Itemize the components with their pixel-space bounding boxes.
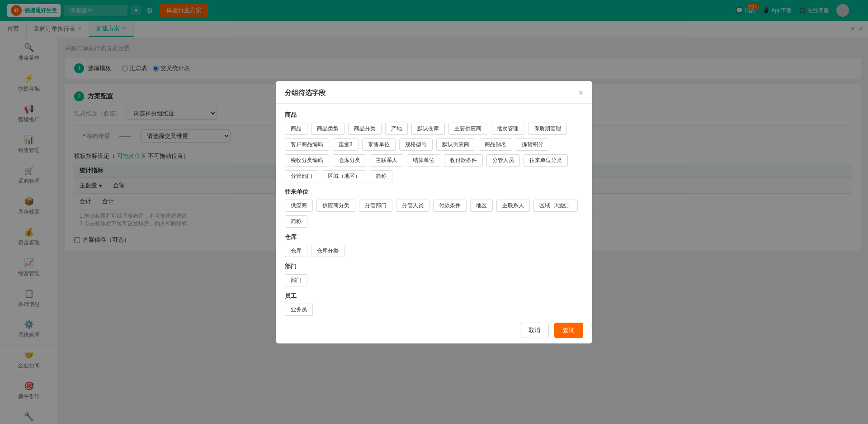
- field-tag-warehouse-category[interactable]: 仓库分类: [333, 154, 366, 167]
- field-tag-partner-dept[interactable]: 分管部门: [359, 200, 392, 212]
- group-tags-warehouse: 仓库 仓库分类: [285, 245, 583, 257]
- field-tag-main-supplier[interactable]: 主要供应商: [448, 123, 487, 135]
- field-tag-dept[interactable]: 分管部门: [285, 170, 318, 182]
- group-tags-goods: 商品 商品类型 商品分类 产地 默认仓库 主要供应商 批次管理 保质期管理 客户…: [285, 123, 583, 182]
- group-title-partner: 往来单位: [285, 188, 583, 196]
- modal-body: 商品 商品 商品类型 商品分类 产地 默认仓库 主要供应商 批次管理 保质期管理…: [276, 104, 592, 317]
- confirm-button[interactable]: 查询: [554, 323, 583, 338]
- field-tag-expiry-mgmt[interactable]: 保质期管理: [528, 123, 567, 135]
- field-tag-customer-code[interactable]: 客户商品编码: [285, 138, 329, 151]
- field-tag-main-contact2[interactable]: 主联系人: [496, 200, 530, 212]
- field-tag-weight3[interactable]: 重量3: [333, 138, 359, 151]
- field-tag-abbr[interactable]: 简称: [370, 170, 392, 182]
- field-tag-settlement-unit[interactable]: 结算单位: [407, 154, 440, 167]
- cancel-button[interactable]: 取消: [520, 323, 549, 338]
- field-tag-spec-model[interactable]: 规格型号: [399, 138, 433, 151]
- field-tag-main-contact[interactable]: 主联系人: [370, 154, 403, 167]
- field-tag-region2[interactable]: 区域（地区）: [533, 200, 578, 212]
- group-tags-dept: 部门: [285, 274, 583, 286]
- field-tag-goods[interactable]: 商品: [285, 123, 307, 135]
- modal-dialog: 分组待选字段 × 商品 商品 商品类型 商品分类 产地 默认仓库 主要供应商 批…: [276, 81, 592, 343]
- field-tag-goods-alias[interactable]: 商品别名: [479, 138, 512, 151]
- modal-title: 分组待选字段: [285, 89, 326, 97]
- field-tag-supplier-cat[interactable]: 供应商分类: [316, 200, 355, 212]
- field-tag-partner-person[interactable]: 分管人员: [396, 200, 429, 212]
- field-tag-goods-type[interactable]: 商品类型: [311, 123, 344, 135]
- field-tag-warehouse[interactable]: 仓库: [285, 245, 307, 257]
- field-tag-batch-mgmt[interactable]: 批次管理: [491, 123, 524, 135]
- modal-header: 分组待选字段 ×: [276, 81, 592, 104]
- field-tag-region[interactable]: 区域（地区）: [322, 170, 366, 182]
- field-tag-payment-terms[interactable]: 收付款条件: [444, 154, 483, 167]
- group-title-goods: 商品: [285, 111, 583, 119]
- group-tags-partner: 供应商 供应商分类 分管部门 分管人员 付款条件 地区 主联系人 区域（地区） …: [285, 200, 583, 228]
- field-tag-department[interactable]: 部门: [285, 274, 307, 286]
- field-tag-area[interactable]: 地区: [470, 200, 493, 212]
- field-tag-payment-cond[interactable]: 付款条件: [433, 200, 467, 212]
- field-tag-pick-score[interactable]: 拣货积分: [516, 138, 549, 151]
- field-tag-retail-unit[interactable]: 零售单位: [362, 138, 396, 151]
- field-tag-tax-code[interactable]: 税收分类编码: [285, 154, 329, 167]
- field-tag-abbr2[interactable]: 简称: [285, 215, 307, 228]
- group-title-warehouse: 仓库: [285, 233, 583, 241]
- field-tag-goods-category[interactable]: 商品分类: [348, 123, 382, 135]
- field-tag-partner-category[interactable]: 往来单位分类: [524, 154, 568, 167]
- group-title-staff: 员工: [285, 292, 583, 300]
- field-tag-sales-person[interactable]: 业务员: [285, 304, 313, 316]
- field-tag-warehouse-cat[interactable]: 仓库分类: [311, 245, 344, 257]
- field-tag-default-warehouse[interactable]: 默认仓库: [411, 123, 445, 135]
- group-tags-staff: 业务员: [285, 304, 583, 316]
- modal-close-button[interactable]: ×: [578, 88, 583, 98]
- modal-footer: 取消 查询: [276, 317, 592, 343]
- field-tag-default-supplier[interactable]: 默认供应商: [436, 138, 475, 151]
- field-tag-supplier[interactable]: 供应商: [285, 200, 313, 212]
- field-tag-origin[interactable]: 产地: [385, 123, 408, 135]
- group-title-dept: 部门: [285, 262, 583, 271]
- field-tag-manager[interactable]: 分管人员: [486, 154, 520, 167]
